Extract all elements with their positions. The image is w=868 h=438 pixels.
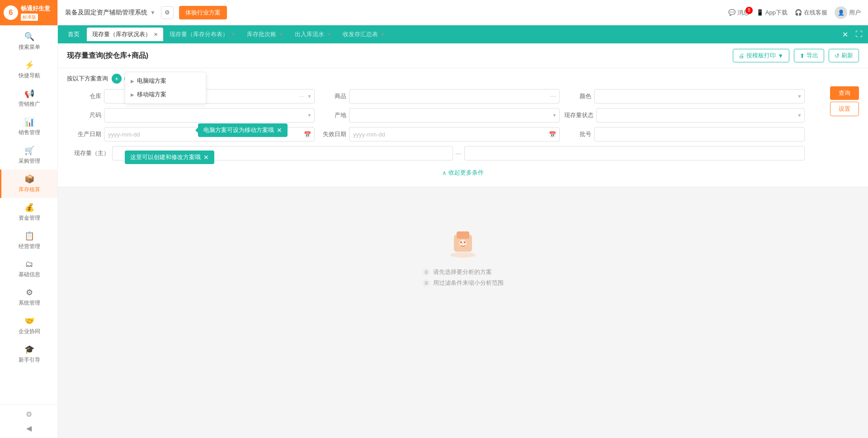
tab-close-inventory-dist[interactable]: ✕ — [231, 32, 235, 38]
collab-icon: 🤝 — [24, 316, 34, 326]
logo-text: 畅通好生意 标准版 — [21, 5, 50, 21]
export-icon: ⬆ — [800, 52, 805, 59]
color-select[interactable] — [594, 89, 805, 104]
finance-icon: 💰 — [24, 203, 34, 212]
search-button[interactable]: 查询 — [830, 86, 859, 100]
tabbar-actions: ✕ ⛶ — [840, 28, 864, 41]
trial-button[interactable]: 体验行业方案 — [179, 6, 227, 19]
quick-icon: ⚡ — [24, 60, 34, 70]
tooltip-edit-close[interactable]: ✕ — [203, 154, 209, 161]
tooltip-pc-close[interactable]: ✕ — [277, 127, 282, 134]
collapse-icon[interactable]: ◀ — [26, 424, 32, 433]
topbar-left: 装备及固定资产辅助管理系统 ▼ ⚙ 体验行业方案 — [65, 6, 227, 19]
sidebar-item-quick[interactable]: ⚡ 快捷导航 — [0, 56, 57, 84]
scheme-arrow-pc: ▶ — [131, 79, 134, 84]
filter-cell-goods: 商品 ··· — [319, 89, 560, 104]
filter-cell-stock-status: 现存量状态 ▼ — [564, 108, 805, 122]
sidebar-item-collab[interactable]: 🤝 企业协同 — [0, 311, 57, 340]
filter-row-3: 生产日期 📅 失效日期 📅 批号 — [74, 127, 859, 141]
settings-icon[interactable]: ⚙ — [26, 410, 32, 419]
tab-close-batch-account[interactable]: ✕ — [279, 32, 283, 38]
main-content: 装备及固定资产辅助管理系统 ▼ ⚙ 体验行业方案 💬 消息 8 📱 App下载 … — [58, 0, 868, 438]
guide-icon: 🎓 — [24, 344, 34, 354]
headset-icon: 🎧 — [795, 9, 802, 16]
scheme-item-mobile[interactable]: ▶ 移动端方案 — [125, 88, 206, 101]
page-actions: 🖨 按模板打印 ▼ ⬆ 导出 ↺ 刷新 — [733, 49, 859, 62]
tabbar: 首页 现存量（库存状况表） ✕ 现存量（库存分布表） ✕ 库存批次账 ✕ 出入库… — [58, 25, 868, 43]
tab-collect-summary[interactable]: 收发存汇总表 ✕ — [337, 28, 390, 41]
support-btn[interactable]: 🎧 在线客服 — [795, 9, 827, 17]
tab-batch-account[interactable]: 库存批次账 ✕ — [241, 28, 288, 41]
stock-qty-to-input[interactable] — [464, 146, 805, 160]
tab-close-inventory-status[interactable]: ✕ — [154, 32, 158, 38]
svg-point-0 — [450, 252, 476, 258]
refresh-btn[interactable]: ↺ 刷新 — [829, 49, 859, 62]
filter-cell-batch: 批号 — [564, 127, 805, 141]
goods-input[interactable] — [349, 89, 560, 104]
user-avatar: 👤 — [835, 6, 847, 19]
sales-icon: 📊 — [24, 117, 34, 127]
scheme-item-pc[interactable]: ▶ 电脑端方案 — [125, 74, 206, 88]
close-all-tabs-btn[interactable]: ✕ — [840, 28, 850, 41]
collapse-filter-btn[interactable]: ∧ 收起更多条件 — [67, 164, 859, 181]
empty-tip-1: ① 请先选择要分析的方案 — [422, 267, 504, 278]
collapse-icon: ∧ — [442, 170, 447, 176]
sidebar-item-basic[interactable]: 🗂 基础信息 — [0, 255, 57, 283]
origin-select[interactable] — [349, 108, 560, 122]
tab-inventory-status[interactable]: 现存量（库存状况表） ✕ — [87, 28, 163, 41]
tooltip-edit: 这里可以创建和修改方案哦 ✕ — [125, 151, 214, 164]
topbar: 装备及固定资产辅助管理系统 ▼ ⚙ 体验行业方案 💬 消息 8 📱 App下载 … — [58, 0, 868, 25]
sidebar-item-finance[interactable]: 💰 资金管理 — [0, 198, 57, 226]
size-select[interactable] — [104, 108, 315, 122]
search-buttons: 查询 设置 — [830, 86, 859, 116]
sidebar-item-marketing[interactable]: 📢 营销推广 — [0, 84, 57, 113]
filter-label: 按以下方案查询 — [67, 75, 108, 83]
goods-dots-icon[interactable]: ··· — [550, 92, 556, 100]
topbar-settings-btn[interactable]: ⚙ — [161, 6, 174, 19]
system-icon: ⚙ — [26, 287, 33, 297]
sidebar-item-guide[interactable]: 🎓 新手引导 — [0, 340, 57, 368]
sidebar-item-search[interactable]: 🔍 搜索菜单 — [0, 27, 57, 56]
reset-button[interactable]: 设置 — [830, 102, 859, 116]
warehouse-clear-icon[interactable]: ··· — [299, 93, 304, 99]
export-btn[interactable]: ⬆ 导出 — [794, 49, 824, 62]
app-download-btn[interactable]: 📱 App下载 — [756, 9, 788, 17]
message-icon: 💬 — [728, 9, 736, 16]
messages-btn[interactable]: 💬 消息 8 — [728, 9, 749, 17]
tab-close-collect-summary[interactable]: ✕ — [381, 32, 385, 38]
sidebar-item-sales[interactable]: 📊 销售管理 — [0, 113, 57, 141]
filter-panel: 按以下方案查询 + ↺ « ▶ 电脑端方案 ▶ — [58, 68, 868, 187]
tooltip-pc: 电脑方案可设为移动方案哦 ✕ — [198, 123, 288, 137]
print-icon: 🖨 — [739, 52, 745, 59]
sidebar-item-system[interactable]: ⚙ 系统管理 — [0, 283, 57, 311]
print-dropdown-icon: ▼ — [778, 52, 783, 59]
system-name: 装备及固定资产辅助管理系统 ▼ — [65, 9, 156, 17]
range-separator: — — [456, 150, 462, 157]
scheme-list: ▶ 电脑端方案 ▶ 移动端方案 — [125, 72, 206, 103]
filter-add-btn[interactable]: + — [112, 74, 122, 84]
tab-in-out-flow[interactable]: 出入库流水 ✕ — [289, 28, 336, 41]
expire-date-input[interactable] — [349, 127, 560, 141]
produce-date-calendar-icon[interactable]: 📅 — [304, 131, 311, 138]
sidebar-item-purchase[interactable]: 🛒 采购管理 — [0, 141, 57, 170]
content-area: 现存量查询(按仓库+商品) 🖨 按模板打印 ▼ ⬆ 导出 ↺ 刷新 — [58, 43, 868, 438]
empty-illustration — [445, 223, 481, 259]
logo-icon: 6 — [4, 5, 18, 20]
tab-inventory-dist[interactable]: 现存量（库存分布表） ✕ — [164, 28, 241, 41]
empty-state: ① 请先选择要分析的方案 ② 用过滤条件来缩小分析范围 — [58, 187, 868, 325]
sidebar-item-operations[interactable]: 📋 经营管理 — [0, 226, 57, 255]
template-print-btn[interactable]: 🖨 按模板打印 ▼ — [733, 49, 789, 62]
svg-point-3 — [459, 240, 467, 247]
tab-home[interactable]: 首页 — [61, 28, 86, 41]
stock-qty-label: 现存量（主） — [74, 149, 109, 157]
tab-close-in-out-flow[interactable]: ✕ — [327, 32, 331, 38]
sidebar-nav: 🔍 搜索菜单 ⚡ 快捷导航 📢 营销推广 📊 销售管理 🛒 采购管理 📦 库存核… — [0, 25, 57, 404]
fullscreen-btn[interactable]: ⛶ — [854, 28, 864, 41]
svg-rect-2 — [457, 231, 469, 239]
batch-input[interactable] — [594, 127, 805, 141]
user-menu[interactable]: 👤 用户 — [835, 6, 861, 19]
expire-date-calendar-icon[interactable]: 📅 — [549, 131, 556, 138]
sidebar-item-inventory[interactable]: 📦 库存核算 — [0, 170, 57, 198]
sidebar-logo: 6 畅通好生意 标准版 — [0, 0, 57, 25]
stock-status-select[interactable] — [596, 108, 805, 122]
